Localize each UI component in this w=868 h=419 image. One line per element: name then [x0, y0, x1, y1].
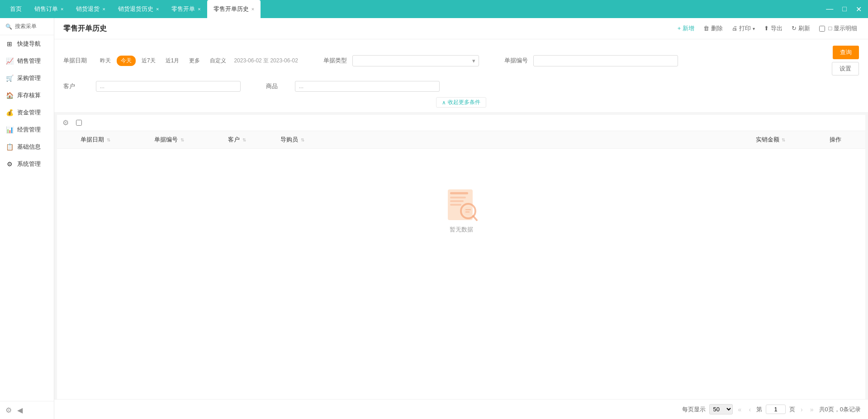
filter-area: 单据日期 昨天 今天 近7天 近1月 更多 自定义 2023-06-02 至 2… [54, 39, 868, 112]
type-select[interactable] [352, 55, 479, 66]
sidebar-item-operations[interactable]: 📊 经营管理 [0, 121, 54, 138]
product-filter-label: 商品 [266, 82, 291, 90]
tab-retail-open[interactable]: 零售开单 × [165, 0, 207, 18]
display-detail-button[interactable]: □ 显示明细 [817, 24, 859, 33]
sidebar-item-finance[interactable]: 💰 资金管理 [0, 104, 54, 121]
th-date[interactable]: 单据日期 ⇅ [75, 131, 149, 149]
th-amount[interactable]: 实销金额 ⇅ [750, 131, 824, 149]
print-button[interactable]: 🖨 打印 ▾ [730, 24, 757, 33]
date-buttons: 昨天 今天 近7天 近1月 更多 自定义 2023-06-02 至 2023-0… [96, 56, 298, 66]
table-settings-icon[interactable]: ⚙ [62, 118, 69, 127]
tab-sales-return-history[interactable]: 销货退货历史 × [112, 0, 165, 18]
th-number[interactable]: 单据编号 ⇅ [149, 131, 223, 149]
sidebar: 🔍 搜索采单 ⊞ 快捷导航 📈 销售管理 🛒 采购管理 🏠 库存核算 💰 资金管… [0, 18, 54, 419]
type-filter-label: 单据类型 [323, 56, 349, 65]
page-prev-button[interactable]: ‹ [747, 405, 753, 414]
number-filter-label: 单据编号 [504, 56, 530, 65]
date-range-text: 2023-06-02 至 2023-06-02 [234, 57, 298, 65]
select-all-checkbox[interactable] [76, 120, 82, 126]
sidebar-item-purchase-mgmt[interactable]: 🛒 采购管理 [0, 70, 54, 87]
data-table: 单据日期 ⇅ 单据编号 ⇅ 客户 ⇅ 导购员 ⇅ [57, 131, 865, 270]
quick-nav-icon: ⊞ [5, 40, 14, 47]
date-btn-custom[interactable]: 自定义 [206, 56, 230, 66]
svg-rect-4 [450, 204, 461, 206]
query-button[interactable]: 查询 [833, 46, 859, 59]
date-btn-1month[interactable]: 近1月 [161, 56, 184, 66]
collapse-row: ∧ 收起更多条件 [63, 97, 859, 108]
page-title: 零售开单历史 [63, 24, 107, 39]
page-label: 第 [756, 405, 762, 414]
table-area: ⚙ 单据日期 ⇅ 单据编号 ⇅ [57, 115, 865, 399]
filter-row-1: 单据日期 昨天 今天 近7天 近1月 更多 自定义 2023-06-02 至 2… [63, 46, 859, 75]
page-suffix: 页 [789, 405, 795, 414]
date-filter-label: 单据日期 [63, 56, 89, 65]
maximize-button[interactable]: □ [840, 4, 849, 14]
tab-sales-order[interactable]: 销售订单 × [28, 0, 70, 18]
sidebar-settings-icon[interactable]: ⚙ [5, 406, 12, 414]
th-guide-sort-icon: ⇅ [301, 137, 304, 142]
tab-retail-open-history-close[interactable]: × [251, 6, 254, 12]
th-date-sort-icon: ⇅ [107, 137, 110, 142]
date-btn-yesterday[interactable]: 昨天 [96, 56, 115, 66]
page-last-button[interactable]: » [808, 405, 816, 414]
minimize-button[interactable]: — [823, 4, 836, 14]
svg-line-7 [473, 216, 477, 220]
sidebar-collapse-icon[interactable]: ◀ [17, 406, 23, 414]
sidebar-search[interactable]: 🔍 搜索采单 [0, 18, 54, 35]
sidebar-bottom: ⚙ ◀ [0, 401, 54, 419]
tab-retail-open-close[interactable]: × [198, 6, 200, 12]
main-layout: 🔍 搜索采单 ⊞ 快捷导航 📈 销售管理 🛒 采购管理 🏠 库存核算 💰 资金管… [0, 18, 868, 419]
finance-icon: 💰 [5, 109, 14, 116]
top-navigation: 首页 销售订单 × 销货退货 × 销货退货历史 × 零售开单 × 零售开单历史 … [0, 0, 868, 18]
delete-button[interactable]: 🗑 删除 [702, 24, 725, 33]
sidebar-item-sales-mgmt[interactable]: 📈 销售管理 [0, 52, 54, 70]
per-page-select[interactable]: 50 10 20 100 [709, 404, 733, 414]
svg-point-6 [464, 207, 473, 216]
th-customer-sort-icon: ⇅ [242, 137, 246, 142]
basic-info-icon: 📋 [5, 143, 14, 151]
tab-sales-order-close[interactable]: × [61, 6, 63, 12]
export-button[interactable]: ⬆ 导出 [762, 24, 784, 33]
close-button[interactable]: ✕ [853, 4, 864, 14]
operations-icon: 📊 [5, 126, 14, 133]
page-input[interactable] [766, 405, 786, 414]
number-input[interactable] [533, 55, 678, 66]
collapse-button[interactable]: ∧ 收起更多条件 [436, 97, 486, 108]
add-button[interactable]: + 新增 [676, 24, 696, 33]
tab-home[interactable]: 首页 [4, 0, 28, 18]
tab-retail-open-history[interactable]: 零售开单历史 × [207, 0, 261, 18]
type-select-wrapper: ▾ [352, 55, 479, 66]
per-page-label: 每页显示 [682, 405, 706, 414]
toolbar: + 新增 🗑 删除 🖨 打印 ▾ ⬆ 导出 ↻ 刷新 □ 显示明细 [676, 24, 859, 39]
date-btn-7days[interactable]: 近7天 [138, 56, 160, 66]
page-next-button[interactable]: › [799, 405, 805, 414]
window-controls: — □ ✕ [823, 4, 864, 14]
settings-button[interactable]: 设置 [832, 62, 859, 75]
empty-state-row: 暂无数据 [57, 149, 865, 270]
customer-input[interactable]: ... [96, 81, 241, 92]
th-customer[interactable]: 客户 ⇅ [223, 131, 275, 149]
table-header-row: 单据日期 ⇅ 单据编号 ⇅ 客户 ⇅ 导购员 ⇅ [57, 131, 865, 149]
empty-state-text: 暂无数据 [450, 226, 473, 234]
page-first-button[interactable]: « [736, 405, 744, 414]
pagination-summary: 共0页，0条记录 [819, 405, 861, 414]
th-check [57, 131, 75, 149]
th-amount-sort-icon: ⇅ [782, 137, 785, 142]
date-btn-more[interactable]: 更多 [185, 56, 204, 66]
date-btn-today[interactable]: 今天 [117, 56, 136, 66]
display-detail-checkbox[interactable] [819, 26, 825, 32]
sidebar-item-inventory[interactable]: 🏠 库存核算 [0, 87, 54, 104]
sidebar-item-sys-mgmt[interactable]: ⚙ 系统管理 [0, 155, 54, 173]
sidebar-item-quick-nav[interactable]: ⊞ 快捷导航 [0, 35, 54, 52]
search-icon: 🔍 [5, 24, 12, 30]
tab-sales-return-close[interactable]: × [102, 6, 105, 12]
sidebar-item-basic-info[interactable]: 📋 基础信息 [0, 138, 54, 155]
product-input[interactable]: ... [295, 81, 440, 92]
refresh-button[interactable]: ↻ 刷新 [790, 24, 812, 33]
print-chevron-icon: ▾ [753, 26, 755, 31]
svg-rect-3 [450, 200, 464, 202]
th-spacer [338, 131, 750, 149]
tab-sales-return[interactable]: 销货退货 × [70, 0, 111, 18]
th-guide[interactable]: 导购员 ⇅ [275, 131, 338, 149]
tab-sales-return-history-close[interactable]: × [156, 6, 159, 12]
